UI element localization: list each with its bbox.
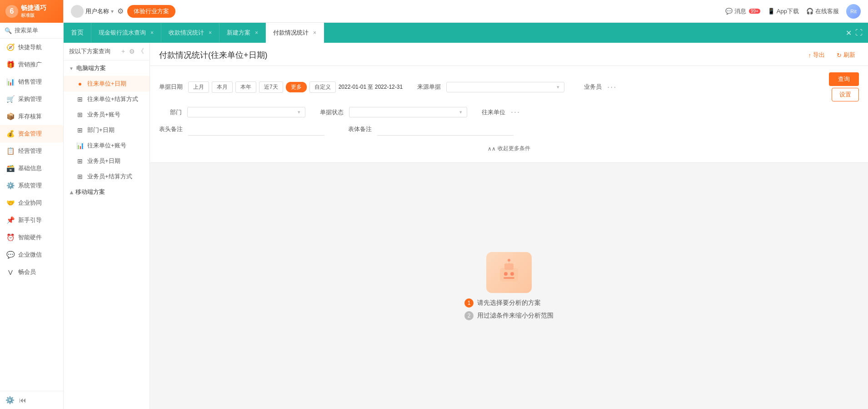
panel-add-icon[interactable]: ＋ (120, 47, 126, 56)
sidebar-label-quick-nav: 快捷导航 (18, 43, 42, 51)
scheme-item-staff-settle[interactable]: ⊞ 业务员+结算方式 (64, 169, 150, 184)
header-notes-input[interactable] (188, 123, 324, 136)
tab-payment-stats-label: 付款情况统计 (273, 29, 309, 37)
sidebar-item-hardware[interactable]: ⏰ 智能硬件 (0, 229, 63, 246)
sidebar-item-basic-info[interactable]: 🗃️ 基础信息 (0, 160, 63, 177)
svg-point-6 (508, 259, 510, 262)
tab-new-plan-close[interactable]: × (255, 30, 258, 36)
source-select[interactable]: ▾ (446, 82, 564, 92)
settings-button[interactable]: 设置 (832, 88, 859, 101)
body-notes-input[interactable] (377, 123, 514, 136)
service-icon: 🎧 (806, 8, 813, 15)
online-service-item[interactable]: 🎧 在线客服 (806, 7, 839, 15)
sidebar-item-inventory[interactable]: 📦 库存核算 (0, 108, 63, 125)
date-more[interactable]: 更多 (286, 82, 307, 92)
desktop-group-title[interactable]: ▼ 电脑端方案 (64, 61, 150, 76)
sidebar-item-wechat[interactable]: 💬 企业微信 (0, 246, 63, 263)
hardware-icon: ⏰ (6, 233, 15, 242)
online-service-label: 在线客服 (815, 7, 839, 15)
sidebar-item-vip[interactable]: V 畅会员 (0, 263, 63, 281)
refresh-icon: ↻ (837, 52, 842, 59)
export-button[interactable]: ↑ 导出 (805, 49, 829, 61)
page-header: 付款情况统计(往来单位+日期) ↑ 导出 ↻ 刷新 (150, 43, 868, 66)
scheme-item-unit-settle[interactable]: ⊞ 往来单位+结算方式 (64, 91, 150, 107)
tab-home-label: 首页 (71, 29, 84, 37)
sidebar-item-operations[interactable]: 📋 经营管理 (0, 142, 63, 160)
search-icon: 🔍 (5, 27, 12, 34)
robot-illustration (491, 254, 527, 291)
desktop-group-arrow: ▼ (69, 66, 74, 71)
dept-select[interactable]: ▾ (187, 107, 305, 117)
panel-settings-icon[interactable]: ⚙ (129, 48, 135, 55)
date-last-month[interactable]: 上月 (188, 81, 209, 93)
scheme-item-staff-account[interactable]: ⊞ 业务员+账号 (64, 107, 150, 122)
scheme-item-staff-date[interactable]: ⊞ 业务员+日期 (64, 153, 150, 169)
hint-num-1: 1 (464, 298, 474, 308)
source-dropdown-icon: ▾ (557, 84, 559, 90)
sidebar-label-guide: 新手引导 (18, 216, 42, 224)
tab-expand-icon[interactable]: ⛶ (855, 29, 863, 37)
user-avatar-final[interactable]: Rit (846, 4, 861, 19)
tab-bank-flow-close[interactable]: × (150, 30, 154, 36)
sidebar-item-purchase[interactable]: 🛒 采购管理 (0, 91, 63, 108)
sidebar-item-sales[interactable]: 📊 销售管理 (0, 73, 63, 91)
filter-row-1: 单据日期 上月 本月 本年 近7天 更多 自定义 2022-01-01 至 20… (159, 72, 859, 101)
main-area: 用户名称 ▾ ⚙ 体验行业方案 💬 消息 99+ 📱 App下载 🎧 在线客服 … (64, 0, 868, 409)
scheme-icon-staff-date: ⊞ (76, 157, 84, 165)
tab-bank-flow-label: 现金银行流水查询 (99, 29, 146, 37)
voucher-status-select[interactable]: ▾ (349, 107, 467, 117)
refresh-button[interactable]: ↻ 刷新 (833, 49, 859, 61)
scheme-item-dept-date[interactable]: ⊞ 部门+日期 (64, 122, 150, 138)
tab-receipt-stats[interactable]: 收款情况统计 × (161, 23, 219, 43)
header-notes-label: 表头备注 (159, 125, 183, 133)
voucher-status-dropdown-icon: ▾ (459, 109, 462, 115)
topbar-gear-icon[interactable]: ⚙ (117, 7, 124, 15)
tab-actions: ✕ ⛶ (840, 23, 868, 43)
hint-item-2: 2 用过滤条件来缩小分析范围 (464, 311, 554, 320)
scheme-item-unit-account[interactable]: 📊 往来单位+账号 (64, 138, 150, 153)
tab-payment-stats-close[interactable]: × (313, 30, 316, 36)
desktop-scheme-group: ▼ 电脑端方案 ● 往来单位+日期 ⊞ 往来单位+结算方式 ⊞ 业务员+账号 ⊞ (64, 61, 150, 184)
scheme-label-unit-date: 往来单位+日期 (87, 80, 126, 88)
tab-receipt-stats-close[interactable]: × (209, 30, 212, 36)
notifications-badge: 99+ (749, 9, 760, 14)
dept-dropdown-icon: ▾ (298, 109, 300, 115)
topbar-right: 💬 消息 99+ 📱 App下载 🎧 在线客服 Rit (725, 4, 861, 19)
sidebar-item-marketing[interactable]: 🎁 营销推广 (0, 56, 63, 73)
trial-button[interactable]: 体验行业方案 (127, 5, 175, 18)
guide-icon: 📌 (6, 216, 15, 224)
tab-payment-stats[interactable]: 付款情况统计 × (266, 23, 324, 43)
tab-new-plan[interactable]: 新建方案 × (219, 23, 266, 43)
panel-collapse-icon[interactable]: 《 (138, 47, 144, 56)
notifications-item[interactable]: 💬 消息 99+ (725, 7, 760, 15)
date-custom[interactable]: 自定义 (309, 81, 336, 93)
tab-close-window-icon[interactable]: ✕ (846, 29, 852, 37)
mobile-group-title[interactable]: ▶ 移动端方案 (64, 184, 150, 200)
sidebar-item-guide[interactable]: 📌 新手引导 (0, 212, 63, 229)
filter-area: 单据日期 上月 本月 本年 近7天 更多 自定义 2022-01-01 至 20… (150, 66, 868, 163)
sidebar-gear-button[interactable]: ⚙️ (5, 396, 15, 404)
sidebar-collapse-button[interactable]: ⏮ (19, 396, 26, 404)
page-actions: ↑ 导出 ↻ 刷新 (805, 49, 859, 61)
app-download-item[interactable]: 📱 App下载 (768, 7, 799, 15)
query-button[interactable]: 查询 (829, 72, 859, 86)
user-name: 用户名称 (85, 7, 109, 15)
sidebar-item-quick-nav[interactable]: 🧭 快捷导航 (0, 39, 63, 56)
collapse-more-btn[interactable]: ∧∧ 收起更多条件 (159, 141, 859, 156)
date-last-7-days[interactable]: 近7天 (259, 81, 283, 93)
sidebar-item-finance[interactable]: 💰 资金管理 (0, 125, 63, 142)
date-this-month[interactable]: 本月 (212, 81, 233, 93)
sidebar-item-system[interactable]: ⚙️ 系统管理 (0, 177, 63, 194)
tab-home[interactable]: 首页 (64, 23, 91, 43)
user-dropdown-icon[interactable]: ▾ (111, 8, 114, 15)
scheme-icon-unit-date: ● (76, 80, 84, 87)
partner-filter-dots[interactable]: ··· (511, 107, 520, 117)
salesman-filter-dots[interactable]: ··· (607, 82, 617, 92)
sidebar-item-enterprise[interactable]: 🤝 企业协同 (0, 194, 63, 212)
date-this-year[interactable]: 本年 (235, 81, 256, 93)
scheme-item-unit-date[interactable]: ● 往来单位+日期 (64, 76, 150, 91)
sidebar-search[interactable]: 🔍 搜索菜单 (0, 23, 63, 39)
mobile-icon: 📱 (768, 8, 775, 15)
tab-bank-flow[interactable]: 现金银行流水查询 × (91, 23, 161, 43)
empty-hints: 1 请先选择要分析的方案 2 用过滤条件来缩小分析范围 (464, 298, 554, 320)
